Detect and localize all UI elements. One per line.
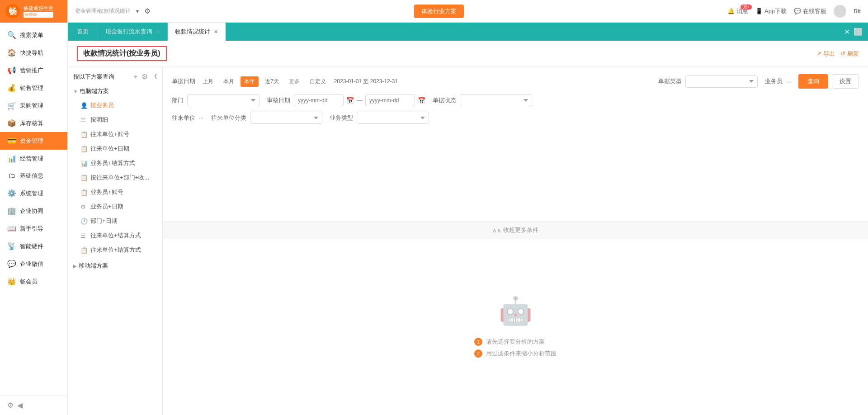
settings-bottom-icon[interactable]: ⚙ bbox=[7, 401, 14, 410]
sidebar-nav: 🔍 搜索菜单 🏠 快捷导航 📢 营销推广 💰 销售管理 🛒 采购管理 📦 库存核… bbox=[0, 23, 67, 395]
date-btn-this-year[interactable]: 本年 bbox=[241, 76, 259, 87]
collapse-bar[interactable]: ∧∧ 收起更多条件 bbox=[163, 221, 868, 239]
scheme-header-actions: + ⚙ 《 bbox=[134, 72, 157, 81]
sidebar-item-hardware[interactable]: 📡 智能硬件 bbox=[0, 237, 67, 255]
scheme-item-dept-date[interactable]: 🕐 部门+日期 bbox=[68, 214, 162, 228]
scheme-item-partner-account[interactable]: 📋 往来单位+账号 bbox=[68, 127, 162, 141]
logo-text: 畅捷通好生意 标准版 bbox=[24, 5, 53, 18]
export-btn[interactable]: ↗ 导出 bbox=[816, 50, 835, 58]
tab-bank-flow-close[interactable]: ✕ bbox=[156, 29, 160, 35]
tabs-right: ✕ ⬜ bbox=[844, 28, 868, 36]
topbar-dropdown-icon[interactable]: ▾ bbox=[136, 8, 139, 14]
salesman-settlement-icon: 📊 bbox=[80, 160, 88, 167]
date-btn-last-month[interactable]: 上月 bbox=[199, 76, 217, 87]
system-icon: ⚙️ bbox=[7, 189, 16, 198]
partner-type-select[interactable] bbox=[250, 112, 322, 124]
tab-home[interactable]: 首页 bbox=[68, 23, 98, 41]
scheme-add-icon[interactable]: + bbox=[134, 73, 138, 81]
scheme-item-partner-settlement1[interactable]: ☰ 往来单位+结算方式 bbox=[68, 228, 162, 243]
tab-receipt-stats-close[interactable]: ✕ bbox=[214, 29, 218, 35]
tab-receipt-stats[interactable]: 收款情况统计 ✕ bbox=[168, 23, 226, 41]
topbar: 资金管理/收款情况统计 ▾ ⚙ 体验行业方案 🔔 消息 99+ 📱 App下载 … bbox=[68, 0, 868, 23]
biz-type-select[interactable] bbox=[357, 112, 429, 124]
notice-item[interactable]: 🔔 消息 99+ bbox=[727, 7, 748, 15]
doc-type-field: 单据类型 bbox=[658, 75, 758, 88]
sidebar-item-finance[interactable]: 💳 资金管理 bbox=[0, 132, 67, 150]
sidebar-item-basic[interactable]: 🗂 基础信息 bbox=[0, 167, 67, 184]
salesman-icon: 👤 bbox=[80, 102, 88, 109]
scheme-item-salesman-account[interactable]: 📋 业务员+账号 bbox=[68, 185, 162, 199]
member-icon: 👑 bbox=[7, 277, 16, 286]
scheme-item-partner-date[interactable]: 📋 往来单位+日期 bbox=[68, 141, 162, 156]
basic-icon: 🗂 bbox=[7, 172, 16, 180]
sidebar-item-corp[interactable]: 🏢 企业协同 bbox=[0, 202, 67, 220]
scheme-section-pc: ▼ 电脑端方案 👤 按业务员 ☰ 按明细 📋 往来单位+账号 bbox=[68, 85, 162, 257]
sidebar-item-system[interactable]: ⚙️ 系统管理 bbox=[0, 184, 67, 202]
scheme-item-salesman-settlement[interactable]: 📊 业务员+结算方式 bbox=[68, 156, 162, 170]
online-service-item[interactable]: 💬 在线客服 bbox=[794, 7, 826, 15]
salesman-dots[interactable]: ··· bbox=[786, 78, 791, 85]
salesman-field: 业务员 ··· bbox=[765, 77, 791, 85]
sidebar-item-wechat[interactable]: 💬 企业微信 bbox=[0, 255, 67, 273]
breadcrumb: 资金管理/收款情况统计 bbox=[75, 7, 131, 15]
marketing-icon: 📢 bbox=[7, 66, 16, 75]
sidebar-item-sales[interactable]: 💰 销售管理 bbox=[0, 79, 67, 97]
date-btn-more[interactable]: 更多 bbox=[285, 76, 303, 87]
window-maximize-icon[interactable]: ⬜ bbox=[854, 28, 863, 36]
review-date-end[interactable] bbox=[365, 94, 415, 106]
dept-select[interactable] bbox=[187, 94, 259, 106]
settings-filter-btn[interactable]: 设置 bbox=[832, 74, 859, 89]
hardware-icon: 📡 bbox=[7, 242, 16, 250]
collapse-sidebar-icon[interactable]: ◀ bbox=[17, 401, 23, 410]
user-name: Rit bbox=[854, 8, 861, 14]
scheme-item-salesman-date[interactable]: ⚙ 业务员+日期 bbox=[68, 199, 162, 214]
topbar-right: 🔔 消息 99+ 📱 App下载 💬 在线客服 Rit bbox=[727, 5, 861, 18]
scheme-item-partner-settlement2[interactable]: 📋 往来单位+结算方式 bbox=[68, 243, 162, 257]
app-download-item[interactable]: 📱 App下载 bbox=[755, 7, 787, 15]
trial-btn[interactable]: 体验行业方案 bbox=[414, 5, 464, 18]
cal-end-icon[interactable]: 📅 bbox=[418, 97, 425, 104]
refresh-icon: ↺ bbox=[840, 50, 845, 57]
scheme-item-by-detail[interactable]: ☰ 按明细 bbox=[68, 113, 162, 127]
sidebar-item-guide[interactable]: 📖 新手引导 bbox=[0, 220, 67, 237]
detail-icon: ☰ bbox=[80, 117, 88, 123]
sidebar-item-marketing[interactable]: 📢 营销推广 bbox=[0, 61, 67, 79]
scheme-item-partner-dept-receipt[interactable]: 📋 按往来单位+部门+收... bbox=[68, 170, 162, 185]
partner-dots[interactable]: ··· bbox=[199, 114, 204, 121]
refresh-btn[interactable]: ↺ 刷新 bbox=[840, 50, 859, 58]
scheme-header: 按以下方案查询 + ⚙ 《 bbox=[68, 72, 162, 85]
window-close-icon[interactable]: ✕ bbox=[844, 28, 850, 36]
topbar-gear-icon[interactable]: ⚙ bbox=[144, 7, 151, 15]
date-btn-last-7[interactable]: 近7天 bbox=[261, 76, 283, 87]
salesman-account-icon: 📋 bbox=[80, 189, 88, 196]
query-btn[interactable]: 查询 bbox=[798, 74, 828, 89]
cal-start-icon[interactable]: 📅 bbox=[346, 97, 354, 104]
tab-bank-flow[interactable]: 现金银行流水查询 ✕ bbox=[98, 23, 168, 41]
date-btn-this-month[interactable]: 本月 bbox=[220, 76, 238, 87]
dept-field: 部门 bbox=[172, 94, 259, 106]
sidebar-item-purchase[interactable]: 🛒 采购管理 bbox=[0, 97, 67, 114]
empty-step-1: 1 请先选择要分析的方案 bbox=[474, 336, 557, 348]
scheme-settings-icon[interactable]: ⚙ bbox=[142, 72, 148, 81]
scheme-collapse-icon[interactable]: 《 bbox=[151, 73, 157, 80]
sidebar-item-search-menu[interactable]: 🔍 搜索菜单 bbox=[0, 26, 67, 44]
user-avatar[interactable] bbox=[834, 5, 846, 18]
scheme-section-mobile-title[interactable]: ▶ 移动端方案 bbox=[68, 259, 162, 273]
doc-status-field: 单据状态 bbox=[433, 94, 532, 106]
collapse-icon: ∧∧ bbox=[492, 227, 501, 234]
sidebar-item-operation[interactable]: 📊 经营管理 bbox=[0, 150, 67, 167]
content-area: 按以下方案查询 + ⚙ 《 ▼ 电脑端方案 👤 按业务员 bbox=[68, 67, 868, 415]
doc-status-select[interactable] bbox=[460, 94, 532, 106]
filter-row-3: 往来单位 ··· 往来单位分类 业务类型 bbox=[172, 112, 859, 124]
date-btn-custom[interactable]: 自定义 bbox=[306, 76, 330, 87]
sidebar-item-inventory[interactable]: 📦 库存核算 bbox=[0, 114, 67, 132]
sidebar-item-quick-nav[interactable]: 🏠 快捷导航 bbox=[0, 44, 67, 61]
scheme-item-by-salesman[interactable]: 👤 按业务员 bbox=[68, 98, 162, 113]
finance-icon: 💳 bbox=[7, 137, 16, 145]
doc-type-select[interactable] bbox=[685, 75, 758, 88]
scheme-section-pc-title[interactable]: ▼ 电脑端方案 bbox=[68, 85, 162, 98]
sidebar-item-member[interactable]: 👑 畅会员 bbox=[0, 273, 67, 290]
review-date-start[interactable] bbox=[294, 94, 344, 106]
sidebar-bottom: ⚙ ◀ bbox=[0, 395, 67, 415]
corp-icon: 🏢 bbox=[7, 207, 16, 215]
